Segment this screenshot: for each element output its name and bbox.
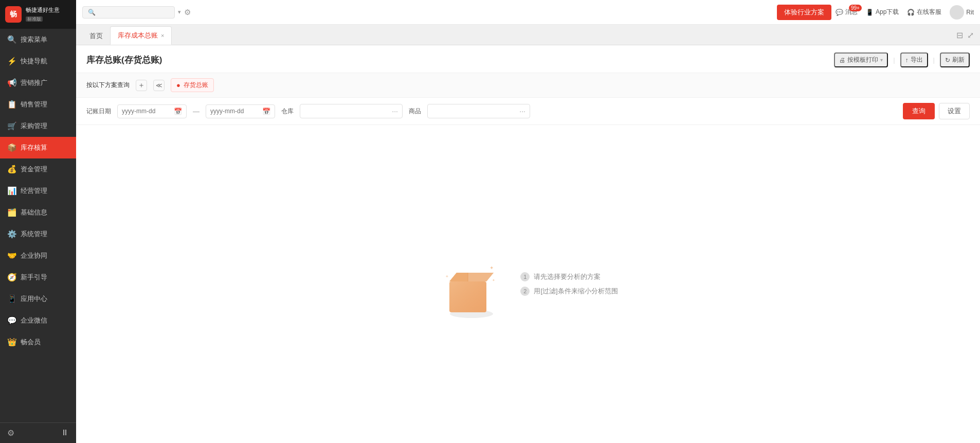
settings-icon[interactable]: ⚙ <box>7 428 14 438</box>
tabbar: 首页 库存成本总账 × ⊟ ⤢ <box>76 25 980 45</box>
page-content: 库存总账(存货总账) 🖨 按模板打印 ▾ | ↑ 导出 | ↻ 刷新 <box>76 45 980 443</box>
svg-text:✦: ✦ <box>445 274 449 279</box>
edition-tag: 标准版 <box>26 16 43 22</box>
hint-1-text: 请先选择要分析的方案 <box>534 272 601 281</box>
warehouse-more-icon[interactable]: ··· <box>392 107 398 115</box>
messages-badge: 99+ <box>849 5 862 11</box>
sidebar-item-marketing[interactable]: 📢 营销推广 <box>0 72 76 94</box>
date-separator: — <box>193 108 199 115</box>
date-end-input[interactable] <box>210 108 259 115</box>
tab-home[interactable]: 首页 <box>82 27 110 45</box>
export-icon: ↑ <box>905 57 909 64</box>
collapse-icon[interactable]: ⏸ <box>61 428 69 438</box>
topbar: 🔍 ▾ ⚙ 体验行业方案 💬 消息 99+ 📱 App下载 🎧 在线客服 <box>76 0 980 25</box>
empty-illustration: ✦ ✦ ✦ <box>438 253 500 315</box>
empty-svg: ✦ ✦ ✦ <box>438 253 505 320</box>
scheme-name: 存货总账 <box>184 81 208 90</box>
logo-icon: 畅 <box>5 6 22 23</box>
shortcut-icon: ⚡ <box>7 57 16 66</box>
app-download-label: App下载 <box>876 8 899 16</box>
refresh-button[interactable]: ↻ 刷新 <box>940 52 970 67</box>
sidebar: 畅 畅捷通好生意 标准版 🔍 搜索菜单 ⚡ 快捷导航 📢 营销推广 📋 销售管理… <box>0 0 76 443</box>
refresh-icon: ↻ <box>945 57 950 64</box>
online-support-item[interactable]: 🎧 在线客服 <box>907 8 941 16</box>
main-content: 🔍 ▾ ⚙ 体验行业方案 💬 消息 99+ 📱 App下载 🎧 在线客服 <box>76 0 980 443</box>
sidebar-item-system[interactable]: ⚙️ 系统管理 <box>0 223 76 245</box>
filter-collapse-button[interactable]: ≪ <box>153 80 165 91</box>
svg-text:✦: ✦ <box>492 278 495 282</box>
svg-text:✦: ✦ <box>489 265 494 271</box>
settings-button[interactable]: 设置 <box>939 103 970 119</box>
sidebar-item-finance[interactable]: 💰 资金管理 <box>0 158 76 180</box>
sidebar-item-purchase[interactable]: 🛒 采购管理 <box>0 115 76 137</box>
cooperation-icon: 🤝 <box>7 251 16 260</box>
tab-close-icon[interactable]: × <box>161 33 164 39</box>
refresh-label: 刷新 <box>952 56 965 64</box>
purchase-icon: 🛒 <box>7 121 16 131</box>
sidebar-item-label: 经营管理 <box>21 186 47 196</box>
filter-scheme-item[interactable]: ● 存货总账 <box>171 78 214 92</box>
sidebar-item-basic[interactable]: 🗂️ 基础信息 <box>0 202 76 223</box>
empty-state: ✦ ✦ ✦ 1 请先选择要分析的方案 <box>76 125 980 443</box>
sidebar-item-label: 新手引导 <box>21 273 47 282</box>
goods-select[interactable]: ··· <box>427 104 530 118</box>
expand-icon[interactable]: ⤢ <box>967 30 974 40</box>
ledger-actions-right: 查询 设置 <box>903 103 970 119</box>
app-icon: 📱 <box>7 294 16 304</box>
date-start-input[interactable] <box>122 108 171 115</box>
date-start-field[interactable]: 📅 <box>117 104 187 118</box>
calendar-end-icon[interactable]: 📅 <box>262 108 270 115</box>
page-title: 库存总账(存货总账) <box>86 54 162 66</box>
svg-marker-5 <box>468 273 494 281</box>
user-item[interactable]: Rit <box>950 5 974 20</box>
sidebar-item-label: 采购管理 <box>21 121 47 131</box>
sidebar-item-label: 畅会员 <box>21 338 41 347</box>
filter-label: 按以下方案查询 <box>86 81 130 90</box>
sidebar-item-management[interactable]: 📊 经营管理 <box>0 180 76 202</box>
sidebar-item-label: 搜索菜单 <box>21 35 47 44</box>
topbar-right: 💬 消息 99+ 📱 App下载 🎧 在线客服 Rit <box>836 5 974 20</box>
sidebar-item-inventory[interactable]: 📦 库存核算 <box>0 137 76 158</box>
search-box[interactable]: 🔍 <box>82 6 175 19</box>
sidebar-item-label: 系统管理 <box>21 229 47 239</box>
chevron-down-icon[interactable]: ▾ <box>178 9 181 15</box>
sidebar-item-label: 快捷导航 <box>21 57 47 66</box>
empty-hints: 1 请先选择要分析的方案 2 用[过滤]条件来缩小分析范围 <box>520 272 618 296</box>
sidebar-item-shortcut[interactable]: ⚡ 快捷导航 <box>0 50 76 72</box>
warehouse-select[interactable]: ··· <box>300 104 403 118</box>
hint-1-num: 1 <box>520 272 530 281</box>
app-logo: 畅 畅捷通好生意 标准版 <box>0 0 76 29</box>
filter-add-button[interactable]: ＋ <box>136 80 147 91</box>
tab-inventory-ledger[interactable]: 库存成本总账 × <box>110 26 172 45</box>
sidebar-item-cooperation[interactable]: 🤝 企业协同 <box>0 245 76 267</box>
sidebar-item-search[interactable]: 🔍 搜索菜单 <box>0 29 76 50</box>
export-label: 导出 <box>911 56 923 64</box>
sidebar-item-label: 资金管理 <box>21 165 47 174</box>
date-end-field[interactable]: 📅 <box>206 104 275 118</box>
sidebar-item-app[interactable]: 📱 应用中心 <box>0 288 76 310</box>
svg-marker-4 <box>449 273 468 281</box>
sidebar-item-guide[interactable]: 🧭 新手引导 <box>0 267 76 288</box>
sidebar-item-label: 企业协同 <box>21 251 47 260</box>
app-download-item[interactable]: 📱 App下载 <box>866 8 899 16</box>
empty-hint-1: 1 请先选择要分析的方案 <box>520 272 618 281</box>
gear-icon[interactable]: ⚙ <box>184 8 191 17</box>
goods-more-icon[interactable]: ··· <box>519 107 525 115</box>
sales-icon: 📋 <box>7 100 16 109</box>
guide-icon: 🧭 <box>7 273 16 282</box>
calendar-start-icon[interactable]: 📅 <box>174 108 182 115</box>
sidebar-item-label: 库存核算 <box>21 143 47 152</box>
print-button[interactable]: 🖨 按模板打印 ▾ <box>834 52 888 67</box>
inventory-icon: 📦 <box>7 143 16 152</box>
minimize-icon[interactable]: ⊟ <box>956 30 963 40</box>
trial-button[interactable]: 体验行业方案 <box>777 5 831 20</box>
export-button[interactable]: ↑ 导出 <box>900 52 928 67</box>
sidebar-item-wechat[interactable]: 💬 企业微信 <box>0 310 76 331</box>
query-button[interactable]: 查询 <box>903 103 935 119</box>
sidebar-item-member[interactable]: 👑 畅会员 <box>0 331 76 353</box>
messages-item[interactable]: 💬 消息 99+ <box>836 8 858 16</box>
sidebar-item-sales[interactable]: 📋 销售管理 <box>0 94 76 115</box>
date-field-label: 记账日期 <box>86 107 111 116</box>
svg-rect-2 <box>449 281 486 312</box>
page-header: 库存总账(存货总账) 🖨 按模板打印 ▾ | ↑ 导出 | ↻ 刷新 <box>76 45 980 73</box>
